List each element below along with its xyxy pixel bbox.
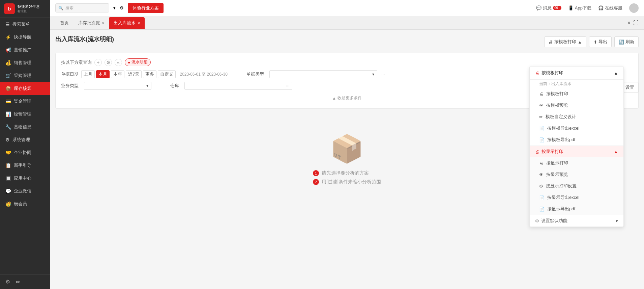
display-collapse-icon[interactable]: ▲ (614, 149, 618, 154)
search-label: 按以下方案查询 (61, 59, 92, 65)
tab-出入库流水[interactable]: 出入库流水× (109, 17, 144, 29)
item-icon: 📄 (539, 137, 545, 142)
item-label: 按显示导出excel (547, 194, 579, 201)
online-service-icon: 🎧 (598, 5, 604, 10)
message-item[interactable]: 💬 消息 99+ (536, 5, 561, 11)
sidebar-label-wechat: 企业微信 (14, 188, 31, 194)
warehouse-select[interactable]: ··· (184, 82, 292, 90)
industry-btn[interactable]: 体验行业方案 (128, 3, 164, 13)
display-print-item[interactable]: 🖨 按显示打印 (530, 157, 623, 169)
sidebar-item-system[interactable]: ⚙系统管理 (0, 133, 50, 146)
search-active-tag[interactable]: ● 流水明细 (125, 58, 151, 66)
type-label: 单据类型 (246, 71, 264, 77)
date-btn-更多[interactable]: 更多 (143, 70, 156, 78)
warehouse-label: 仓库 (170, 83, 179, 89)
sidebar-item-sales[interactable]: 💰销售管理 (0, 56, 50, 69)
sidebar-icon-finance: 💳 (5, 99, 11, 104)
sidebar-item-marketing[interactable]: 📢营销推广 (0, 44, 50, 56)
display-print-label: 按显示打印 (541, 149, 563, 155)
refresh-btn[interactable]: 🔄 刷新 (614, 36, 639, 47)
sidebar-item-purchase[interactable]: 🛒采购管理 (0, 69, 50, 82)
display-preview-item[interactable]: 👁 按显示预览 (530, 169, 623, 180)
dropdown-footer[interactable]: ⚙ 设置默认功能 ▾ (530, 215, 623, 227)
export-btn[interactable]: ⬆ 导出 (589, 36, 612, 47)
date-btn-本月[interactable]: 本月 (96, 70, 110, 78)
search-settings-btn[interactable]: ⚙ (105, 59, 112, 66)
dropdown-up-icon[interactable]: ▲ (614, 71, 618, 76)
sidebar-item-finance[interactable]: 💳资金管理 (0, 95, 50, 108)
date-field: 单据日期 上月本月本年近7天更多自定义 2023-06-01 至 2023-06… (61, 70, 228, 78)
display-print-settings-item[interactable]: ⚙ 按显示打印设置 (530, 180, 623, 192)
topbar-settings-icon[interactable]: ⚙ (120, 5, 124, 10)
sidebar-item-cooperation[interactable]: 🤝企业协同 (0, 146, 50, 159)
close-window-icon[interactable]: × (627, 20, 631, 26)
item-icon: ⚙ (539, 184, 543, 189)
item-label: 按模板打印 (546, 91, 568, 97)
sidebar-label-purchase: 采购管理 (14, 73, 31, 79)
sidebar-item-app-center[interactable]: 🔲应用中心 (0, 172, 50, 185)
expand-window-icon[interactable]: ⛶ (633, 20, 639, 26)
export-label: 导出 (598, 39, 607, 45)
sidebar-item-quick-nav[interactable]: ⚡快捷导航 (0, 31, 50, 44)
tab-库存批次账[interactable]: 库存批次账× (74, 17, 109, 29)
item-icon: 📄 (539, 207, 545, 212)
display-excel-item[interactable]: 📄 按显示导出excel (530, 192, 623, 203)
print-template-btn[interactable]: 🖨 按模板打印 ▲ (544, 36, 586, 47)
sidebar-icon-member: 👑 (5, 201, 11, 207)
sidebar-label-member: 畅会员 (14, 201, 27, 207)
date-btn-本年[interactable]: 本年 (111, 70, 124, 78)
template-pdf-item[interactable]: 📄 按模板导出pdf (530, 134, 623, 146)
online-service-label: 在线客服 (605, 5, 622, 11)
online-service-item[interactable]: 🎧 在线客服 (598, 5, 622, 11)
close-tab-icon[interactable]: × (102, 21, 104, 25)
collapse-arrow: ▲ (332, 96, 336, 101)
topbar-dropdown-icon[interactable]: ▾ (113, 5, 116, 10)
settings-icon[interactable]: ⚙ (5, 279, 10, 285)
message-label: 消息 (543, 5, 552, 11)
sidebar-item-operation[interactable]: 📊经营管理 (0, 108, 50, 121)
topbar-search[interactable]: 🔍 搜索 (55, 3, 109, 12)
date-btn-上月[interactable]: 上月 (81, 70, 95, 78)
business-type-select[interactable]: ▾ (84, 82, 151, 90)
date-btn-自定义[interactable]: 自定义 (158, 70, 176, 78)
sidebar-label-operation: 经营管理 (14, 111, 31, 117)
sidebar-item-guide[interactable]: 📋新手引导 (0, 159, 50, 172)
empty-step-2: 2 用[过滤]条件来缩小分析范围 (313, 179, 381, 185)
sidebar-item-search-menu[interactable]: ☰搜索菜单 (0, 18, 50, 31)
refresh-icon: 🔄 (619, 40, 624, 45)
tab-首页[interactable]: 首页 (55, 17, 74, 29)
display-print-header[interactable]: 🖨 按显示打印 ▲ (530, 146, 623, 157)
sidebar-item-inventory[interactable]: 📦库存核算 (0, 82, 50, 95)
sidebar-item-basic[interactable]: 🔧基础信息 (0, 121, 50, 133)
date-btn-近7天[interactable]: 近7天 (126, 70, 142, 78)
type-select[interactable]: ▾ (269, 70, 377, 78)
avatar[interactable] (629, 3, 639, 13)
expand-icon[interactable]: ⇔ (16, 279, 20, 285)
footer-label: 设置默认功能 (541, 218, 567, 224)
sidebar-item-wechat[interactable]: 💬企业微信 (0, 185, 50, 198)
print-template-label: 按模板打印 (554, 39, 576, 45)
tag-label: 流水明细 (131, 59, 148, 65)
close-tab-icon[interactable]: × (138, 21, 140, 25)
template-items: 🖨 按模板打印 👁 按模板预览 ✏ 模板自定义设计 📄 按模板导出excel (530, 88, 623, 146)
template-excel-item[interactable]: 📄 按模板导出excel (530, 123, 623, 134)
display-pdf-item[interactable]: 📄 按显示导出pdf (530, 203, 623, 215)
sidebar-item-member[interactable]: 👑畅会员 (0, 198, 50, 210)
date-label: 单据日期 (61, 71, 79, 77)
message-icon: 💬 (536, 5, 541, 10)
app-download-item[interactable]: 📱 App下载 (568, 5, 591, 11)
sidebar-icon-basic: 🔧 (5, 124, 11, 130)
tabs-bar: 首页库存批次账×出入库流水× × ⛶ (50, 16, 644, 30)
template-preview-item[interactable]: 👁 按模板预览 (530, 100, 623, 111)
app-name-block: 畅捷通好生意 标准版 (18, 4, 40, 14)
warehouse-more-icon[interactable]: ··· (286, 83, 289, 88)
type-more-icon[interactable]: ··· (381, 72, 385, 77)
template-print-item[interactable]: 🖨 按模板打印 (530, 88, 623, 100)
add-search-btn[interactable]: + (94, 59, 102, 66)
export-icon: ⬆ (593, 40, 597, 45)
item-label: 模板自定义设计 (546, 114, 576, 120)
sidebar-label-search-menu: 搜索菜单 (12, 21, 30, 27)
template-design-item[interactable]: ✏ 模板自定义设计 (530, 111, 623, 123)
search-collapse-btn[interactable]: « (115, 59, 122, 66)
item-label: 按模板预览 (546, 102, 568, 108)
